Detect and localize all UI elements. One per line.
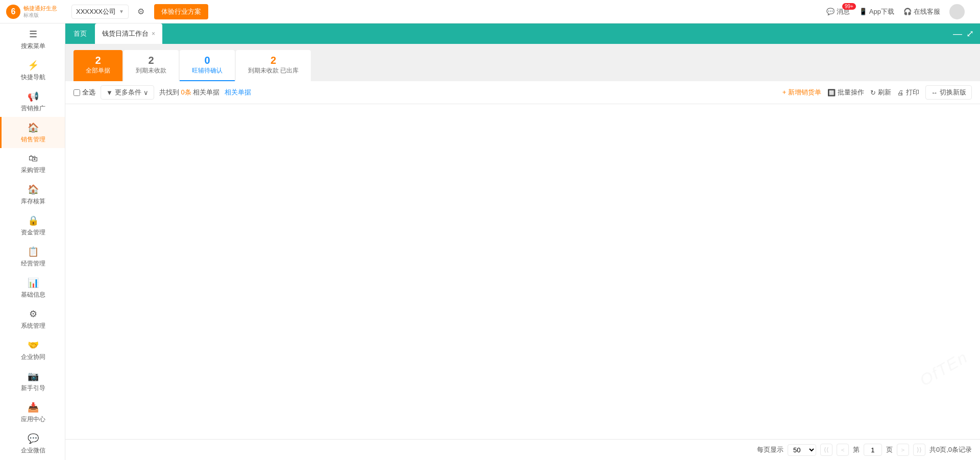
sidebar-item-apps[interactable]: 📥应用中心 <box>0 397 65 428</box>
related-orders-link[interactable]: 相关单据 <box>225 88 251 97</box>
sidebar-item-shortcut[interactable]: ⚡快捷导航 <box>0 55 65 86</box>
print-icon: 🖨 <box>897 89 904 96</box>
finance-icon: 🔒 <box>28 215 39 226</box>
company-select[interactable]: XXXXXX公司 ▼ <box>71 5 129 19</box>
logo-text: 畅捷通好生意 标准版 <box>23 5 57 18</box>
first-page-button[interactable]: ⟨⟨ <box>820 444 832 456</box>
sub-tab-all[interactable]: 2 全部单据 <box>74 50 122 81</box>
batch-operation-button[interactable]: 🔲 批量操作 <box>827 88 864 97</box>
message-icon: 💬 <box>826 8 835 15</box>
sidebar: ☰搜索菜单⚡快捷导航📢营销推广🏠销售管理🛍采购管理🏠库存核算🔒资金管理📋经营管理… <box>0 23 65 460</box>
sidebar-item-marketing[interactable]: 📢营销推广 <box>0 86 65 117</box>
tab-bar: 首页 钱货日清工作台 × — ⤢ <box>65 23 980 44</box>
total-text: 共0页,0条记录 <box>929 445 972 454</box>
print-button[interactable]: 🖨 打印 <box>897 88 919 97</box>
found-text: 共找到 0条 相关单据 <box>159 88 219 97</box>
refresh-button[interactable]: ↻ 刷新 <box>870 88 891 97</box>
tab-home[interactable]: 首页 <box>65 23 95 44</box>
found-count: 0条 <box>181 88 191 96</box>
trial-button[interactable]: 体验行业方案 <box>154 4 208 19</box>
sidebar-item-search[interactable]: ☰搜索菜单 <box>0 23 65 55</box>
marketing-icon: 📢 <box>28 91 39 102</box>
operation-icon: 📋 <box>28 246 39 257</box>
system-icon: ⚙ <box>29 308 37 320</box>
pagination-bar: 每页显示 50 100 200 ⟨⟨ ＜ 第 页 ＞ ⟩⟩ 共0页,0条记录 <box>65 439 980 460</box>
batch-icon: 🔲 <box>827 89 836 96</box>
header-right: 💬 消息 99+ 📱 App下载 🎧 在线客服 <box>826 4 974 19</box>
sub-tab-wangwang[interactable]: 0 旺辅待确认 <box>180 50 235 81</box>
top-header: 6 畅捷通好生意 标准版 XXXXXX公司 ▼ ⚙ 体验行业方案 💬 消息 99… <box>0 0 980 23</box>
guide-icon: 📷 <box>28 371 39 382</box>
sub-tabs: 2 全部单据 2 到期未收款 0 旺辅待确认 2 到期未收款 已出库 <box>74 50 972 81</box>
wechat-icon: 💬 <box>28 433 39 444</box>
apps-icon: 📥 <box>28 402 39 413</box>
sidebar-item-operation[interactable]: 📋经营管理 <box>0 241 65 272</box>
minimize-button[interactable]: — <box>953 29 962 38</box>
logo-icon: 6 <box>6 5 20 19</box>
sidebar-item-base[interactable]: 📊基础信息 <box>0 272 65 303</box>
sidebar-item-guide[interactable]: 📷新手引导 <box>0 366 65 397</box>
prev-page-button[interactable]: ＜ <box>837 444 849 456</box>
tab-bar-actions: — ⤢ <box>953 29 980 38</box>
next-page-button[interactable]: ＞ <box>897 444 909 456</box>
logo-area: 6 畅捷通好生意 标准版 <box>6 5 71 19</box>
sidebar-item-corp[interactable]: 🤝企业协同 <box>0 334 65 366</box>
online-service-button[interactable]: 🎧 在线客服 <box>903 7 940 16</box>
tab-current[interactable]: 钱货日清工作台 × <box>95 23 162 44</box>
chevron-down-icon: ∨ <box>143 89 149 96</box>
expand-button[interactable]: ⤢ <box>966 29 974 38</box>
sub-tab-overdue-out[interactable]: 2 到期未收款 已出库 <box>236 50 311 81</box>
filter-button[interactable]: ▼ 更多条件 ∨ <box>101 85 154 100</box>
corp-icon: 🤝 <box>28 340 39 351</box>
sidebar-item-finance[interactable]: 🔒资金管理 <box>0 210 65 241</box>
sidebar-item-inventory[interactable]: 🏠库存核算 <box>0 179 65 210</box>
sales-icon: 🏠 <box>28 122 39 133</box>
base-icon: 📊 <box>28 277 39 288</box>
sidebar-item-purchase[interactable]: 🛍采购管理 <box>0 148 65 179</box>
sub-tab-area: 2 全部单据 2 到期未收款 0 旺辅待确认 2 到期未收款 已出库 <box>65 44 980 81</box>
last-page-button[interactable]: ⟩⟩ <box>913 444 925 456</box>
toolbar-right: + 新增销货单 🔲 批量操作 ↻ 刷新 🖨 打印 ↔ 切换新版 <box>782 85 972 100</box>
switch-icon: ↔ <box>931 89 938 96</box>
service-icon: 🎧 <box>903 8 912 15</box>
purchase-icon: 🛍 <box>29 153 38 164</box>
avatar[interactable] <box>949 4 965 19</box>
tab-close-icon[interactable]: × <box>152 30 155 37</box>
filter-icon: ▼ <box>106 89 113 96</box>
inventory-icon: 🏠 <box>28 184 39 195</box>
select-all-input[interactable] <box>74 89 80 96</box>
sidebar-item-system[interactable]: ⚙系统管理 <box>0 303 65 334</box>
select-all-checkbox[interactable]: 全选 <box>74 88 95 97</box>
refresh-icon: ↻ <box>870 89 876 96</box>
gear-icon[interactable]: ⚙ <box>133 4 149 20</box>
chevron-down-icon: ▼ <box>119 9 124 14</box>
page-input[interactable] <box>864 444 882 456</box>
message-badge: 99+ <box>842 3 856 10</box>
new-sales-order-button[interactable]: + 新增销货单 <box>782 88 821 97</box>
toolbar-left: 全选 ▼ 更多条件 ∨ 共找到 0条 相关单据 相关单据 <box>74 85 776 100</box>
empty-state <box>65 104 980 439</box>
table-area <box>65 104 980 439</box>
switch-version-button[interactable]: ↔ 切换新版 <box>925 85 972 100</box>
sub-tab-overdue[interactable]: 2 到期未收款 <box>124 50 179 81</box>
app-download-button[interactable]: 📱 App下载 <box>859 7 894 16</box>
main-layout: ☰搜索菜单⚡快捷导航📢营销推广🏠销售管理🛍采购管理🏠库存核算🔒资金管理📋经营管理… <box>0 23 980 460</box>
sidebar-item-wechat[interactable]: 💬企业微信 <box>0 428 65 459</box>
shortcut-icon: ⚡ <box>28 60 39 71</box>
message-button[interactable]: 💬 消息 99+ <box>826 7 850 16</box>
content-area: 首页 钱货日清工作台 × — ⤢ 2 全部单据 2 到期未收款 <box>65 23 980 460</box>
page-size-select[interactable]: 50 100 200 <box>788 444 816 456</box>
search-icon: ☰ <box>29 29 37 40</box>
toolbar: 全选 ▼ 更多条件 ∨ 共找到 0条 相关单据 相关单据 + 新增销货单 🔲 <box>65 81 980 104</box>
sidebar-item-sales[interactable]: 🏠销售管理 <box>0 117 65 148</box>
download-icon: 📱 <box>859 8 867 15</box>
